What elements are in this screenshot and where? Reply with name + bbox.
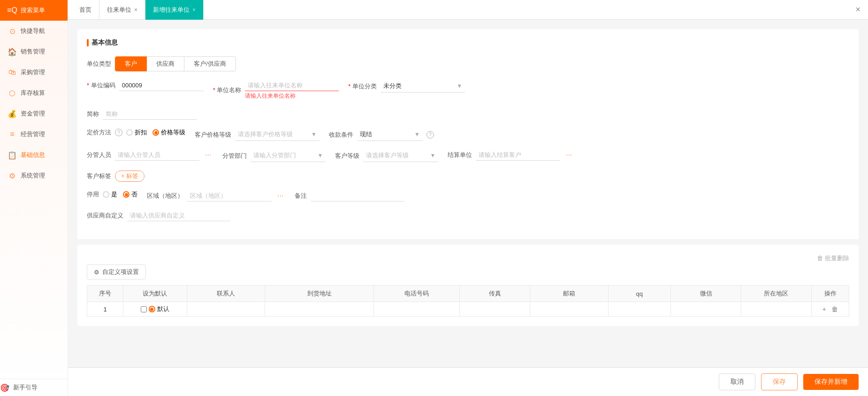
cell-region[interactable] [741,302,811,317]
settlement-unit-more-btn[interactable]: ··· [564,151,574,159]
sidebar-item-label: 系统管理 [21,171,45,180]
inventory-icon: ⬡ [8,88,17,98]
unit-name-input[interactable] [245,80,339,91]
contact-input[interactable] [207,306,244,313]
qq-input[interactable] [625,306,654,313]
settlement-unit-input[interactable] [476,149,560,161]
payment-terms-help-icon[interactable]: ? [426,131,434,139]
sidebar-item-search[interactable]: ≡Q 搜索菜单 [0,0,68,21]
tab-new-partner-label: 新增往来单位 [153,6,190,14]
save-new-button[interactable]: 保存并新增 [803,374,859,390]
sidebar-item-finance[interactable]: 💰 资金管理 [0,103,68,124]
col-contact: 联系人 [187,286,265,302]
main-area: 首页 往来单位 × 新增往来单位 × × 基本信息 单位类型 客 [68,0,868,396]
tab-partners[interactable]: 往来单位 × [99,0,145,20]
unit-name-field-row [245,80,339,91]
tab-new-partner-close[interactable]: × [192,7,196,13]
cancel-button[interactable]: 取消 [719,373,755,390]
type-btn-customer[interactable]: 客户 [115,56,147,71]
sidebar-item-system[interactable]: ⚙ 系统管理 [0,165,68,186]
disable-yes-option[interactable]: 是 [103,190,117,199]
cell-qq[interactable] [608,302,670,317]
tab-new-partner[interactable]: 新增往来单位 × [145,0,204,20]
tab-home[interactable]: 首页 [72,0,99,20]
type-btn-supplier[interactable]: 供应商 [146,56,184,71]
customer-price-level-select[interactable]: 请选择客户价格等级 ▼ [235,128,320,141]
phone-input[interactable] [396,306,438,313]
sidebar-item-purchase[interactable]: 🛍 采购管理 [0,62,68,83]
custom-settings-button[interactable]: ⚙ 自定义项设置 [87,264,146,280]
cell-address[interactable] [265,302,373,317]
disable-yes-radio [103,191,109,198]
col-qq: qq [608,286,670,302]
cell-fax[interactable] [460,302,530,317]
default-radio-item[interactable]: 默认 [149,305,169,313]
unit-category-select[interactable]: 未分类 ▼ [381,80,465,93]
batch-delete-btn[interactable]: 🗑 批量删除 [87,254,849,263]
wechat-input[interactable] [690,306,723,313]
customer-tag-field: 客户标签 + 标签 [87,171,145,182]
customer-price-level-placeholder: 请选择客户价格等级 [238,130,309,139]
manager-more-btn[interactable]: ··· [203,151,213,159]
payment-terms-select[interactable]: 现结 ▼ [357,128,423,141]
pricing-level-option[interactable]: 价格等级 [152,128,185,137]
customer-level-chevron: ▼ [430,152,435,159]
sidebar-item-sales[interactable]: 🏠 销售管理 [0,41,68,62]
disable-no-option[interactable]: 否 [123,190,137,199]
unit-category-field: 单位分类 未分类 ▼ [348,80,465,93]
col-region: 所在地区 [741,286,811,302]
sidebar-item-guide[interactable]: 🎯 新手引导 [0,379,68,396]
department-field: 分管部门 请输入分管部门 ▼ [222,149,326,162]
abbr-row: 简称 [87,109,849,120]
manager-field: 分管人员 ··· [87,149,213,161]
settlement-unit-label: 结算单位 [448,151,472,159]
sidebar-item-quick-nav[interactable]: ⊙ 快捷导航 [0,21,68,41]
pricing-discount-option[interactable]: 折扣 [126,128,147,137]
customer-level-select[interactable]: 请选择客户等级 ▼ [363,149,438,162]
sidebar-item-inventory[interactable]: ⬡ 库存核算 [0,83,68,103]
address-input[interactable] [291,306,348,313]
customer-price-level-chevron: ▼ [311,131,317,138]
department-select[interactable]: 请输入分管部门 ▼ [251,149,326,162]
remarks-field: 备注 [295,190,404,202]
window-close-button[interactable]: × [852,5,864,15]
batch-delete-icon: 🗑 [817,255,823,262]
region-more-btn[interactable]: ··· [275,192,285,200]
abbr-input[interactable] [103,109,197,120]
gear-icon: ⚙ [94,269,99,276]
region-cell-input[interactable] [760,306,792,313]
region-input[interactable] [187,190,272,202]
save-button[interactable]: 保存 [761,373,798,390]
email-input[interactable] [550,306,588,313]
add-row-btn[interactable]: + [821,305,828,313]
manager-input[interactable] [115,149,199,161]
pricing-level-radio [152,129,159,136]
abbr-label: 简称 [87,110,99,118]
supplier-custom-input[interactable] [127,210,230,221]
supplier-custom-field: 供应商自定义 [87,210,230,221]
add-tag-button[interactable]: + 标签 [115,171,145,182]
type-btn-both[interactable]: 客户/供应商 [184,56,236,71]
sidebar-item-label: 资金管理 [21,109,45,118]
system-icon: ⚙ [8,171,17,180]
sidebar-item-operations[interactable]: ≡ 经营管理 [0,124,68,145]
purchase-icon: 🛍 [8,68,17,77]
disable-field: 停用 是 否 [87,190,137,199]
sidebar-item-label: 基础信息 [21,151,45,159]
sidebar-item-basic-info[interactable]: 📋 基础信息 [0,145,68,165]
delete-row-btn[interactable]: 🗑 [830,305,840,313]
unit-category-value: 未分类 [383,82,455,90]
pricing-method-help-icon[interactable]: ? [115,129,122,136]
cell-phone[interactable] [374,302,460,317]
cell-wechat[interactable] [671,302,741,317]
tab-partners-close[interactable]: × [134,7,137,13]
sidebar-item-label: 新手引导 [13,383,38,392]
remarks-input[interactable] [311,190,404,202]
add-tag-label: + 标签 [121,172,138,180]
contacts-card: 🗑 批量删除 ⚙ 自定义项设置 序号 设为默认 联系人 到货地址 电话号码 传真… [77,245,859,326]
row-checkbox[interactable] [141,306,147,312]
cell-email[interactable] [530,302,608,317]
fax-input[interactable] [479,306,511,313]
cell-contact[interactable] [187,302,265,317]
unit-code-input[interactable] [119,80,204,91]
